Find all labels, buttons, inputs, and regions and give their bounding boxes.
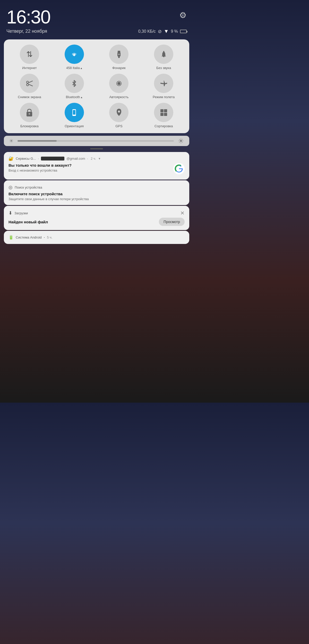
battery-percent: 9 %	[171, 29, 178, 34]
qs-circle-wifi[interactable]	[65, 45, 84, 64]
notif-dl-body: Найден новый файл Просмотр	[8, 218, 185, 226]
qs-label-lock: Блокировка	[20, 124, 39, 128]
notif-google-services[interactable]: 🔐 Сервисы G... · email @gmail.com · 2 ч.…	[4, 152, 189, 180]
notif-sys-time: 5 ч.	[47, 235, 52, 239]
qs-item-sort[interactable]: Сортировка	[142, 103, 185, 128]
notif-google-title: Вы только что вошли в аккаунт?	[8, 163, 173, 167]
notifications-area: 🔐 Сервисы G... · email @gmail.com · 2 ч.…	[4, 152, 189, 244]
brightness-fill	[18, 140, 57, 142]
qs-item-autobrightness[interactable]: A Автояркость	[97, 74, 141, 99]
qs-label-orientation: Ориентация	[65, 124, 84, 128]
qs-item-airplane[interactable]: Режим полета	[142, 74, 185, 99]
qs-label-autobrightness: Автояркость	[109, 95, 128, 99]
brightness-min-icon: ☀	[9, 138, 14, 144]
notif-chevron-icon: ▾	[99, 157, 100, 160]
svg-line-10	[29, 81, 33, 83]
sort-icon	[160, 108, 168, 117]
network-speed: 0,30 КБ/с	[138, 29, 156, 34]
notif-at: @gmail.com	[66, 157, 85, 160]
scroll-indicator	[0, 148, 193, 149]
battery-icon	[180, 30, 187, 33]
qs-item-internet[interactable]: ⇅ Интернет	[8, 45, 51, 70]
qs-label-gps: GPS	[115, 124, 122, 128]
qs-circle-lock[interactable]	[20, 103, 39, 122]
qs-label-internet: Интернет	[22, 66, 37, 70]
svg-rect-24	[164, 113, 167, 116]
notif-email-redacted: email	[41, 157, 64, 160]
qs-item-screenshot[interactable]: Снимок экрана	[8, 74, 51, 99]
notif-google-body: Вы только что вошли в аккаунт? Вход с не…	[8, 163, 185, 175]
qs-circle-internet[interactable]: ⇅	[20, 45, 39, 64]
qs-label-wifi: 458 Italia ▴	[66, 66, 82, 70]
wifi-filled-icon	[70, 50, 79, 59]
qs-circle-gps[interactable]	[109, 103, 128, 122]
notif-separator2: ·	[87, 157, 88, 160]
airplane-icon	[159, 79, 168, 88]
qs-circle-sort[interactable]	[154, 103, 173, 122]
notif-sys-sep: ·	[44, 235, 45, 240]
qs-circle-screenshot[interactable]	[20, 74, 39, 93]
notif-download-icon: ⬇	[8, 210, 12, 216]
notif-google-content: Вы только что вошли в аккаунт? Вход с не…	[8, 163, 173, 172]
notif-battery-icon: 🔋	[8, 235, 14, 240]
notif-find-icon: ◎	[8, 184, 13, 190]
qs-item-lock[interactable]: Блокировка	[8, 103, 51, 128]
scissors-icon	[25, 79, 34, 88]
notif-dl-view-button[interactable]: Просмотр	[159, 218, 185, 226]
notif-sys-app: Система Android	[16, 235, 42, 239]
flashlight-icon	[115, 50, 123, 58]
bell-icon	[160, 50, 168, 58]
notif-find-title: Включите поиск устройства	[8, 192, 185, 196]
quick-settings-panel: ⇅ Интернет 458 Italia ▴	[4, 39, 189, 133]
notif-dl-close-button[interactable]: ✕	[180, 210, 185, 216]
status-indicators: 0,30 КБ/с ⊘ ▼ 9 %	[138, 28, 187, 34]
svg-rect-21	[160, 109, 164, 112]
qs-circle-autobrightness[interactable]: A	[109, 74, 128, 93]
clock: 16:30	[6, 8, 50, 26]
svg-rect-2	[118, 51, 120, 52]
svg-rect-23	[160, 113, 164, 116]
notif-app-name-google: Сервисы G...	[16, 157, 36, 160]
svg-rect-18	[73, 110, 75, 115]
orientation-icon	[70, 108, 78, 117]
svg-point-19	[74, 115, 75, 115]
qs-item-wifi[interactable]: 458 Italia ▴	[53, 45, 96, 70]
qs-label-bluetooth: Bluetooth ▴	[66, 95, 83, 99]
svg-rect-22	[164, 109, 167, 112]
notif-dl-header: ⬇ Загрузки ✕	[8, 210, 185, 216]
auto-brightness-icon: A	[115, 79, 123, 88]
settings-icon[interactable]: ⚙	[179, 10, 187, 20]
qs-label-silent: Без звука	[156, 66, 171, 70]
qs-item-silent[interactable]: Без звука	[142, 45, 185, 70]
brightness-track[interactable]	[18, 140, 174, 142]
qs-circle-flashlight[interactable]	[109, 45, 128, 64]
status-bar: 16:30 ⚙ Четверг, 22 ноября 0,30 КБ/с ⊘ ▼…	[0, 0, 193, 37]
notif-separator: ·	[38, 157, 39, 160]
notif-android-system[interactable]: 🔋 Система Android · 5 ч.	[4, 231, 189, 244]
qs-item-gps[interactable]: GPS	[97, 103, 141, 128]
qs-circle-bluetooth[interactable]	[65, 74, 84, 93]
notif-sys-header: 🔋 Система Android · 5 ч.	[8, 235, 185, 240]
notif-dl-title: Найден новый файл	[8, 220, 48, 224]
notif-find-desc: Защитите свои данные в случае потери уст…	[8, 197, 185, 201]
qs-label-sort: Сортировка	[154, 124, 173, 128]
notif-downloads[interactable]: ⬇ Загрузки ✕ Найден новый файл Просмотр	[4, 206, 189, 230]
qs-circle-airplane[interactable]	[154, 74, 173, 93]
date: Четверг, 22 ноября	[6, 29, 47, 34]
qs-item-flashlight[interactable]: Фонарик	[97, 45, 141, 70]
brightness-bar[interactable]: ☀ ☀	[4, 136, 189, 146]
notif-find-device[interactable]: ◎ Поиск устройства Включите поиск устрой…	[4, 180, 189, 205]
qs-label-flashlight: Фонарик	[112, 66, 126, 70]
notif-google-header: 🔐 Сервисы G... · email @gmail.com · 2 ч.…	[8, 156, 185, 161]
qs-item-bluetooth[interactable]: Bluetooth ▴	[53, 74, 96, 99]
notif-google-logo	[173, 163, 185, 175]
qs-circle-silent[interactable]	[154, 45, 173, 64]
svg-rect-4	[118, 56, 120, 58]
notif-find-header: ◎ Поиск устройства	[8, 184, 185, 190]
svg-point-5	[118, 54, 120, 55]
qs-circle-orientation[interactable]	[65, 103, 84, 122]
notif-dl-app: Загрузки	[14, 211, 28, 215]
lock-icon	[25, 108, 33, 117]
notif-google-desc: Вход с незнакомого устройства	[8, 168, 173, 172]
qs-item-orientation[interactable]: Ориентация	[53, 103, 96, 128]
